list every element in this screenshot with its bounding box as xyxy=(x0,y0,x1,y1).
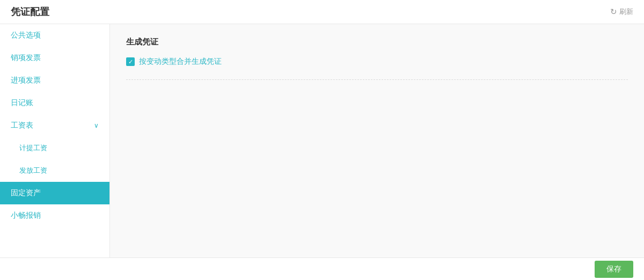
checkbox-label[interactable]: 按变动类型合并生成凭证 xyxy=(139,57,222,67)
sidebar-item-label: 进项发票 xyxy=(11,76,41,85)
sidebar: 公共选项 销项发票 进项发票 日记账 工资表 ∨ 计提工资 发放工资 固定资产 … xyxy=(0,24,110,257)
sidebar-item-journal[interactable]: 日记账 xyxy=(0,92,109,114)
page-title: 凭证配置 xyxy=(11,5,49,18)
sidebar-item-purchase-invoice[interactable]: 进项发票 xyxy=(0,69,109,92)
page-header: 凭证配置 ↻ 刷新 xyxy=(0,0,644,24)
page-footer: 保存 xyxy=(0,257,644,280)
checkmark-icon: ✓ xyxy=(128,59,133,65)
sidebar-item-label: 日记账 xyxy=(11,98,33,108)
sidebar-item-label: 公共选项 xyxy=(11,31,41,40)
sidebar-item-label: 固定资产 xyxy=(11,188,41,198)
chevron-down-icon: ∨ xyxy=(94,122,99,129)
sidebar-item-label: 工资表 xyxy=(11,121,33,130)
merge-checkbox[interactable]: ✓ xyxy=(126,57,135,66)
refresh-button[interactable]: ↻ 刷新 xyxy=(610,7,633,17)
sidebar-item-commission-payroll[interactable]: 计提工资 xyxy=(0,137,109,159)
main-content: 生成凭证 ✓ 按变动类型合并生成凭证 xyxy=(110,24,644,257)
sidebar-item-fixed-assets[interactable]: 固定资产 xyxy=(0,182,109,204)
sidebar-item-payroll-table[interactable]: 工资表 ∨ xyxy=(0,114,109,137)
sidebar-item-distribute-payroll[interactable]: 发放工资 xyxy=(0,159,109,182)
save-button[interactable]: 保存 xyxy=(595,261,633,278)
sidebar-item-petty-expense[interactable]: 小畅报销 xyxy=(0,204,109,227)
section-title: 生成凭证 xyxy=(126,37,628,47)
sidebar-item-label: 发放工资 xyxy=(19,166,47,175)
checkbox-row: ✓ 按变动类型合并生成凭证 xyxy=(126,57,628,67)
sidebar-item-label: 小畅报销 xyxy=(11,211,41,220)
sidebar-item-public-options[interactable]: 公共选项 xyxy=(0,24,109,47)
content-area: 公共选项 销项发票 进项发票 日记账 工资表 ∨ 计提工资 发放工资 固定资产 … xyxy=(0,24,644,257)
refresh-icon: ↻ xyxy=(610,7,617,17)
refresh-label: 刷新 xyxy=(619,7,633,17)
section-divider xyxy=(126,79,628,80)
sidebar-item-sales-invoice[interactable]: 销项发票 xyxy=(0,47,109,69)
sidebar-item-label: 销项发票 xyxy=(11,53,41,63)
sidebar-item-label: 计提工资 xyxy=(19,143,47,153)
